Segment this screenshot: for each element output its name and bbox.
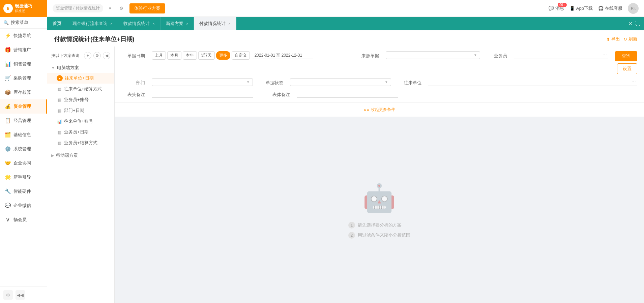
collapse-conditions-btn[interactable]: ∧∧ 收起更多条件 — [361, 105, 398, 114]
settings-footer-btn[interactable]: ⚙ — [3, 290, 13, 300]
tab-home-label: 首页 — [53, 21, 61, 27]
message-badge: 99+ — [558, 3, 567, 7]
pc-plan-group: ▼ 电脑端方案 ● 往来单位+日期 ▦ 往来单位+结算方式 ▦ 业务员+账号 — [47, 63, 114, 148]
date-range-input[interactable] — [253, 52, 313, 59]
sidebar-item-newbie[interactable]: 🌟 新手引导 — [0, 170, 47, 184]
refresh-btn[interactable]: ↻ 刷新 — [623, 36, 637, 42]
app-download-btn[interactable]: 📱 App下载 — [569, 5, 593, 11]
body-note-input[interactable] — [297, 90, 398, 98]
sidebar-item-basic-info[interactable]: 🗂️ 基础信息 — [0, 128, 47, 142]
salesperson-label: 业务员 — [487, 51, 507, 59]
dept-dropdown-arrow: ▾ — [247, 80, 249, 84]
last-month-btn[interactable]: 上月 — [152, 51, 166, 60]
tab-cash-flow-close[interactable]: × — [110, 22, 112, 26]
collapse-sidebar-btn[interactable]: ◀◀ — [16, 290, 25, 300]
pc-group-header[interactable]: ▼ 电脑端方案 — [47, 63, 114, 73]
settings-btn[interactable]: 设置 — [617, 63, 637, 74]
tab-home[interactable]: 首页 — [47, 17, 67, 30]
sidebar-item-quick-nav[interactable]: ⚡ 快捷导航 — [0, 29, 47, 43]
sidebar-item-company[interactable]: 🤝 企业协同 — [0, 156, 47, 170]
tab-cash-flow-label: 现金银行流水查询 — [72, 21, 108, 27]
header-note-input[interactable] — [152, 90, 253, 98]
custom-btn[interactable]: 自定义 — [232, 51, 250, 60]
sidebar-item-sales[interactable]: 📊 销售管理 — [0, 57, 47, 71]
plan-item-staff-account[interactable]: ▦ 业务员+账号 — [47, 94, 114, 105]
plan-item-partner-date[interactable]: ● 往来单位+日期 — [47, 73, 114, 84]
salesperson-dots[interactable]: ··· — [601, 52, 608, 58]
tab-new-plan-close[interactable]: × — [186, 22, 188, 26]
plan-item-staff-date[interactable]: ▦ 业务员+日期 — [47, 127, 114, 138]
staff-account-icon: ▦ — [57, 97, 62, 102]
collapse-panel-btn[interactable]: ◀ — [103, 52, 110, 59]
sidebar-item-inventory[interactable]: 📦 库存核算 — [0, 85, 47, 99]
company-icon: 🤝 — [5, 160, 11, 166]
messages-btn[interactable]: 💬 消息 99+ — [549, 5, 564, 11]
partner-account-icon: 📊 — [57, 119, 62, 124]
sidebar-item-marketing[interactable]: 🎁 营销推广 — [0, 43, 47, 57]
marketing-icon: 🎁 — [5, 47, 11, 53]
topbar-left: 资金管理 / 付款情况统计 ▾ ⚙ 体验行业方案 — [53, 3, 165, 13]
sidebar-item-purchase[interactable]: 🛒 采购管理 — [0, 71, 47, 85]
sidebar-item-member[interactable]: V 畅会员 — [0, 213, 47, 227]
tab-new-plan[interactable]: 新建方案 × — [160, 17, 194, 30]
partner-input[interactable] — [428, 78, 630, 86]
content-area: 付款情况统计(往来单位+日期) ⬆ 导出 ↻ 刷新 按以下方案查询 + — [47, 30, 644, 303]
voucher-status-select[interactable]: ▾ — [290, 78, 391, 86]
user-avatar[interactable]: Rit — [628, 3, 639, 14]
empty-hint-2: 2 用过滤条件来缩小分析范围 — [348, 232, 410, 239]
expand-tabs-btn[interactable]: ⛶ — [635, 21, 641, 27]
mobile-group-header[interactable]: ▶ 移动端方案 — [47, 150, 114, 160]
sidebar-item-system[interactable]: ⚙️ 系统管理 — [0, 142, 47, 156]
partner-dots[interactable]: ··· — [630, 79, 637, 85]
topbar-gear-btn[interactable]: ⚙ — [117, 4, 126, 13]
source-dropdown-arrow: ▾ — [474, 53, 476, 57]
collapse-section: ∧∧ 收起更多条件 — [115, 102, 644, 117]
right-panel: 单据日期 上月 本月 本年 近7天 更多 自定义 — [115, 47, 644, 303]
last-7days-btn[interactable]: 近7天 — [198, 51, 215, 60]
plan-item-staff-settle[interactable]: ▦ 业务员+结算方式 — [47, 138, 114, 148]
plan-settings-btn[interactable]: ⚙ — [93, 52, 101, 59]
export-btn[interactable]: ⬆ 导出 — [606, 36, 620, 42]
tab-cash-flow[interactable]: 现金银行流水查询 × — [67, 17, 118, 30]
tab-payment-close[interactable]: × — [228, 22, 230, 26]
more-btn[interactable]: 更多 — [216, 51, 230, 60]
sidebar-item-operation[interactable]: 📋 经营管理 — [0, 114, 47, 128]
this-year-btn[interactable]: 本年 — [183, 51, 197, 60]
plan-item-partner-account[interactable]: 📊 往来单位+账号 — [47, 116, 114, 127]
this-month-btn[interactable]: 本月 — [167, 51, 181, 60]
empty-hint-1: 1 请先选择要分析的方案 — [348, 222, 410, 229]
wechat-icon: 💬 — [5, 203, 11, 209]
tab-payment[interactable]: 付款情况统计 × — [194, 17, 236, 30]
operation-icon: 📋 — [5, 118, 11, 124]
filter-bar: 单据日期 上月 本月 本年 近7天 更多 自定义 — [115, 47, 644, 102]
tabs-actions: ✕ ⛶ — [625, 17, 644, 30]
inventory-icon: 📦 — [5, 89, 11, 95]
query-btn[interactable]: 查询 — [615, 51, 637, 61]
plan-item-dept-date[interactable]: ▦ 部门+日期 — [47, 105, 114, 116]
sidebar: 6 畅捷通巧 标准版 🔍 搜索菜单 ⚡ 快捷导航 🎁 营销推广 📊 销售管理 🛒… — [0, 0, 47, 303]
tab-collection[interactable]: 收款情况统计 × — [118, 17, 160, 30]
online-service-btn[interactable]: 🎧 在线客服 — [598, 5, 622, 11]
header-note-wrap — [152, 90, 253, 98]
mobile-plan-group: ▶ 移动端方案 — [47, 150, 114, 160]
partner-settle-icon: ▦ — [57, 86, 62, 92]
sidebar-item-hardware[interactable]: 🔧 智能硬件 — [0, 184, 47, 199]
search-menu[interactable]: 🔍 搜索菜单 — [0, 17, 47, 29]
trial-btn[interactable]: 体验行业方案 — [129, 3, 165, 13]
sidebar-item-wechat[interactable]: 💬 企业微信 — [0, 199, 47, 213]
breadcrumb-dropdown[interactable]: ▾ — [107, 5, 113, 12]
panel-title: 按以下方案查询 — [51, 53, 80, 59]
topbar-right: 💬 消息 99+ 📱 App下载 🎧 在线客服 Rit — [549, 3, 639, 14]
filter-row-2: 部门 ▾ 单据状态 ▾ 往来单位 ··· — [121, 78, 637, 86]
page-header-actions: ⬆ 导出 ↻ 刷新 — [606, 36, 637, 42]
source-select[interactable]: ▾ — [386, 51, 480, 59]
tab-collection-close[interactable]: × — [152, 22, 154, 26]
service-icon: 🎧 — [598, 6, 604, 11]
close-all-tabs-btn[interactable]: ✕ — [628, 21, 633, 27]
plan-item-partner-settle[interactable]: ▦ 往来单位+结算方式 — [47, 84, 114, 94]
sidebar-item-finance[interactable]: 💰 资金管理 — [0, 99, 47, 114]
hint-num-1: 1 — [348, 222, 355, 229]
dept-select[interactable]: ▾ — [152, 78, 253, 86]
salesperson-input[interactable] — [514, 51, 601, 59]
add-plan-btn[interactable]: + — [84, 52, 91, 59]
